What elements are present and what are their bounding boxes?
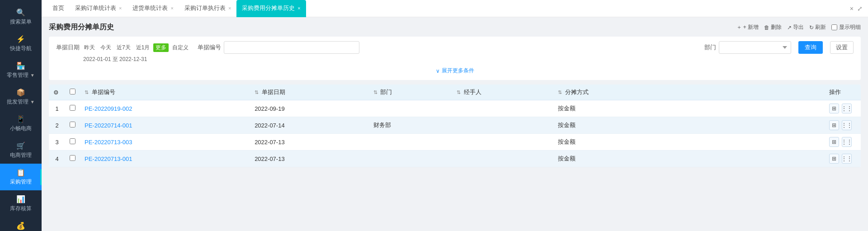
row-checkbox-0[interactable]	[70, 105, 75, 111]
sidebar-item-purchase[interactable]: 📋 采购管理	[0, 164, 42, 190]
action-more-0[interactable]: ⋮⋮	[842, 104, 852, 113]
ecommerce-icon: 🛒	[2, 141, 40, 150]
sidebar-item-retail[interactable]: 🏪 零售管理 ▼	[0, 57, 42, 84]
td-dept-2	[369, 134, 453, 151]
table-row: 4 PE-20220713-001 2022-07-13 按金额 ⊞ ⋮⋮	[49, 151, 861, 167]
shortcut-custom[interactable]: 自定义	[170, 43, 190, 52]
sidebar-item-search[interactable]: 🔍 搜索菜单	[0, 4, 42, 30]
dept-select[interactable]	[719, 41, 791, 54]
action-more-3[interactable]: ⋮⋮	[842, 154, 852, 164]
row-checkbox-3[interactable]	[70, 155, 75, 161]
th-split-method[interactable]: 分摊方式	[553, 85, 825, 100]
doc-no-link-3[interactable]: PE-20220713-001	[85, 156, 132, 162]
tab-home[interactable]: 首页	[47, 0, 70, 17]
mini-icon: 📱	[2, 115, 40, 123]
td-ops-0: ⊞ ⋮⋮	[825, 100, 861, 117]
sidebar-item-inventory[interactable]: 📊 库存核算	[0, 190, 42, 217]
settings-button[interactable]: 设置	[830, 41, 854, 54]
td-settings-2: 3	[49, 134, 65, 151]
td-dept-1: 财务部	[369, 117, 453, 134]
expand-more-button[interactable]: ∨ 展开更多条件	[56, 66, 854, 75]
action-view-0[interactable]: ⊞	[829, 104, 839, 113]
shortcut-1month[interactable]: 近1月	[134, 43, 152, 52]
table-container: ⚙ 单据编号 单据日期 部门 经手人	[49, 85, 861, 167]
export-button[interactable]: ↗ 导出	[787, 24, 804, 31]
tab-close-inbound-stat[interactable]: ×	[170, 5, 173, 11]
th-handler[interactable]: 经手人	[452, 85, 553, 100]
tab-purchase-order-stat[interactable]: 采购订单统计表 ×	[70, 0, 127, 17]
tab-purchase-order-exec[interactable]: 采购订单执行表 ×	[179, 0, 236, 17]
th-dept[interactable]: 部门	[369, 85, 453, 100]
delete-button[interactable]: 🗑 删除	[764, 24, 782, 31]
td-doc-no-1: PE-20220714-001	[80, 117, 250, 134]
td-doc-date-2: 2022-07-13	[250, 134, 369, 151]
td-settings-1: 2	[49, 117, 65, 134]
tab-close-purchase-order-stat[interactable]: ×	[119, 5, 122, 11]
tab-bar-actions: × ⤢	[850, 5, 863, 12]
td-dept-0	[369, 100, 453, 117]
td-dept-3	[369, 151, 453, 167]
sidebar-item-mini[interactable]: 📱 小畅电商	[0, 110, 42, 137]
action-view-1[interactable]: ⊞	[829, 120, 839, 130]
row-checkbox-1[interactable]	[70, 122, 75, 127]
show-columns-checkbox[interactable]: 显示明细	[831, 24, 861, 31]
td-checkbox-2[interactable]	[65, 134, 80, 151]
td-doc-no-2: PE-20220713-003	[80, 134, 250, 151]
select-all-checkbox[interactable]	[70, 89, 75, 94]
th-checkbox[interactable]	[65, 85, 80, 100]
action-view-2[interactable]: ⊞	[829, 137, 839, 147]
query-button[interactable]: 查询	[798, 41, 823, 54]
td-doc-date-3: 2022-07-13	[250, 151, 369, 167]
tab-inbound-stat[interactable]: 进货单统计表 ×	[127, 0, 179, 17]
tab-close-purchase-cost-split[interactable]: ×	[297, 5, 300, 11]
shortcut-yesterday[interactable]: 昨天	[82, 43, 97, 52]
td-split-method-3: 按金额	[553, 151, 825, 167]
th-doc-date[interactable]: 单据日期	[250, 85, 369, 100]
show-columns-input[interactable]	[831, 24, 837, 30]
td-split-method-2: 按金额	[553, 134, 825, 151]
filter-area: 单据日期 昨天 今天 近7天 近1月 更多 自定义 单据编号	[49, 37, 861, 80]
sidebar-item-finance[interactable]: 💰 资金管理	[0, 217, 42, 231]
table-row: 2 PE-20220714-001 2022-07-14 财务部 按金额 ⊞ ⋮…	[49, 117, 861, 134]
inventory-icon: 📊	[2, 195, 40, 203]
th-ops: 操作	[825, 85, 861, 100]
action-more-2[interactable]: ⋮⋮	[842, 137, 852, 147]
date-shortcuts: 昨天 今天 近7天 近1月 更多 自定义	[82, 43, 190, 52]
sidebar: 🔍 搜索菜单 ⚡ 快捷导航 🏪 零售管理 ▼ 📦 批发管理 ▼ 📱 小畅电商 🛒…	[0, 0, 42, 231]
purchase-icon: 📋	[2, 168, 40, 177]
tab-bar: 首页 采购订单统计表 × 进货单统计表 × 采购订单执行表 × 采购费用分摊单历…	[42, 0, 868, 17]
tab-maximize-icon[interactable]: ⤢	[857, 5, 863, 12]
shortcut-7days[interactable]: 近7天	[115, 43, 132, 52]
add-button[interactable]: ＋ + 新增	[736, 24, 759, 31]
action-view-3[interactable]: ⊞	[829, 154, 839, 164]
date-range-display: 2022-01-01 至 2022-12-31	[83, 56, 147, 62]
sidebar-item-ecommerce[interactable]: 🛒 电商管理	[0, 137, 42, 164]
sidebar-item-quick[interactable]: ⚡ 快捷导航	[0, 30, 42, 57]
doc-no-link-1[interactable]: PE-20220714-001	[85, 122, 132, 129]
th-doc-no[interactable]: 单据编号	[80, 85, 250, 100]
refresh-button[interactable]: ↻ 刷新	[809, 24, 826, 31]
row-checkbox-2[interactable]	[70, 138, 75, 144]
td-checkbox-1[interactable]	[65, 117, 80, 134]
tab-purchase-cost-split[interactable]: 采购费用分摊单历史 ×	[236, 0, 306, 17]
td-ops-3: ⊞ ⋮⋮	[825, 151, 861, 167]
shortcut-today[interactable]: 今天	[99, 43, 113, 52]
doc-no-link-0[interactable]: PE-20220919-002	[85, 105, 132, 112]
filter-date: 单据日期 昨天 今天 近7天 近1月 更多 自定义	[56, 43, 190, 52]
shortcut-more[interactable]: 更多	[153, 43, 169, 52]
tab-close-purchase-order-exec[interactable]: ×	[228, 5, 231, 11]
table-body: 1 PE-20220919-002 2022-09-19 按金额 ⊞ ⋮⋮ 2 …	[49, 100, 861, 167]
sidebar-item-wholesale[interactable]: 📦 批发管理 ▼	[0, 84, 42, 110]
th-settings[interactable]: ⚙	[49, 85, 65, 100]
td-split-method-1: 按金额	[553, 117, 825, 134]
tab-close-all-icon[interactable]: ×	[850, 5, 854, 12]
dept-label: 部门	[704, 43, 716, 52]
export-icon: ↗	[787, 24, 792, 31]
td-checkbox-3[interactable]	[65, 151, 80, 167]
doc-no-input[interactable]	[224, 41, 359, 54]
td-ops-2: ⊞ ⋮⋮	[825, 134, 861, 151]
page-header: 采购费用分摊单历史 ＋ + 新增 🗑 删除 ↗ 导出 ↻ 刷新	[49, 23, 861, 32]
doc-no-link-2[interactable]: PE-20220713-003	[85, 139, 132, 146]
action-more-1[interactable]: ⋮⋮	[842, 120, 852, 130]
td-checkbox-0[interactable]	[65, 100, 80, 117]
